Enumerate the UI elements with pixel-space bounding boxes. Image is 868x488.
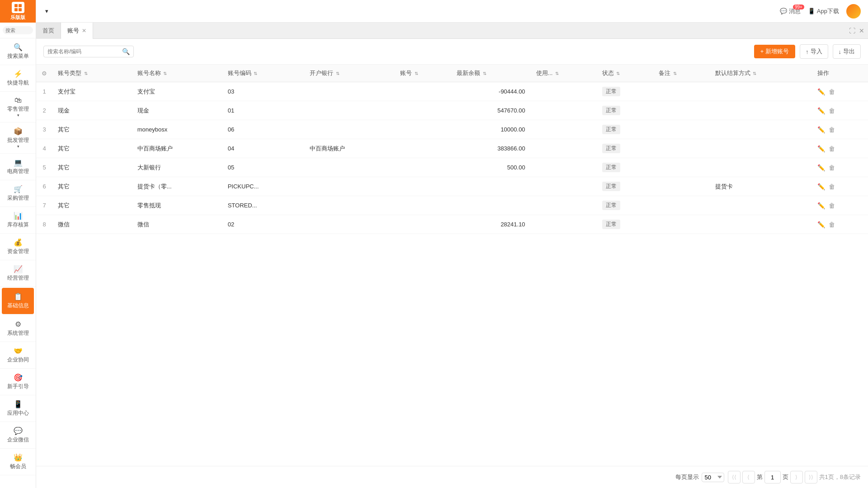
sidebar-item-9[interactable]: 📋基础信息 [2,288,34,314]
app-label: App下载 [817,7,839,15]
th-balance[interactable]: 最新余额 ⇅ [451,65,531,82]
tab-expand-icon[interactable]: ⛶ [849,27,855,34]
row-balance-2: 10000.00 [451,120,531,139]
sidebar-search-input[interactable] [3,26,33,34]
main-area: ▾ 💬 消息 99+ 📱 App下载 首页 账号 ✕ ⛶ ✕ [36,0,868,488]
table-row: 3 其它 moneybosx 06 10000.00 正常 ✏️ 🗑 [36,120,868,139]
sidebar-item-2[interactable]: 🛍零售管理▾ [0,92,36,122]
toolbar-actions: + 新增账号 ↑ 导入 ↓ 导出 [754,44,861,59]
export-button[interactable]: ↓ 导出 [833,44,861,59]
nav-label-1: 快捷导航 [7,79,29,87]
search-box[interactable]: 🔍 [43,46,134,57]
row-settlement-5: 提货卡 [710,177,812,196]
delete-button-2[interactable]: 🗑 [829,126,835,133]
accounts-table: ⚙ 账号类型 ⇅ 账号名称 ⇅ 账号编码 ⇅ 开户银行 ⇅ 账号 ⇅ 最新余额 … [36,65,868,234]
row-name-4: 大新银行 [132,158,222,177]
row-num-2: 3 [36,120,52,139]
table-row: 4 其它 中百商场账户 04 中百商场账户 383866.00 正常 ✏️ 🗑 [36,139,868,158]
per-page-label: 每页显示 [675,473,699,481]
sidebar-item-15[interactable]: 👑畅会员 [0,449,36,475]
message-button[interactable]: 💬 消息 99+ [780,7,801,15]
delete-button-5[interactable]: 🗑 [829,183,835,190]
table-row: 1 支付宝 支付宝 03 -90444.00 正常 ✏️ 🗑 [36,82,868,101]
row-status-5: 正常 [597,177,653,196]
edit-button-3[interactable]: ✏️ [817,145,825,152]
per-page-select[interactable]: 50 100 200 [702,473,724,482]
row-account-6 [395,196,451,215]
th-status[interactable]: 状态 ⇅ [597,65,653,82]
tab-close-window-icon[interactable]: ✕ [859,27,864,34]
row-type-4: 其它 [52,158,132,177]
row-type-0: 支付宝 [52,82,132,101]
page-number-input[interactable] [764,471,781,483]
app-subtitle: 乐版版 [10,14,25,21]
th-code[interactable]: 账号编码 ⇅ [222,65,305,82]
row-bank-6 [304,196,395,215]
edit-button-7[interactable]: ✏️ [817,221,825,228]
th-bank[interactable]: 开户银行 ⇅ [304,65,395,82]
tab-account[interactable]: 账号 ✕ [61,23,93,39]
delete-button-4[interactable]: 🗑 [829,164,835,171]
sidebar-item-8[interactable]: 📈经营管理 [0,260,36,287]
th-type[interactable]: 账号类型 ⇅ [52,65,132,82]
sidebar-item-4[interactable]: 💻电商管理 [0,154,36,180]
last-page-button[interactable]: ⟩⟩ [805,471,817,483]
row-name-7: 微信 [132,215,222,234]
sidebar-item-7[interactable]: 💰资金管理 [0,234,36,260]
delete-button-7[interactable]: 🗑 [829,221,835,228]
th-usage[interactable]: 使用... ⇅ [531,65,597,82]
prev-page-button[interactable]: ⟨ [742,471,755,483]
edit-button-5[interactable]: ✏️ [817,183,825,190]
import-button[interactable]: ↑ 导入 [800,44,828,59]
th-account[interactable]: 账号 ⇅ [395,65,451,82]
edit-button-4[interactable]: ✏️ [817,164,825,171]
row-status-4: 正常 [597,158,653,177]
delete-button-1[interactable]: 🗑 [829,107,835,114]
row-name-6: 零售抵现 [132,196,222,215]
sidebar-item-13[interactable]: 📱应用中心 [0,395,36,422]
tab-home[interactable]: 首页 [36,23,61,39]
th-remark[interactable]: 备注 ⇅ [653,65,710,82]
sidebar-item-6[interactable]: 📊库存核算 [0,207,36,234]
edit-button-6[interactable]: ✏️ [817,202,825,209]
row-balance-7: 28241.10 [451,215,531,234]
sidebar-item-10[interactable]: ⚙系统管理 [0,315,36,342]
row-code-4: 05 [222,158,305,177]
first-page-button[interactable]: ⟨⟨ [728,471,741,483]
edit-button-2[interactable]: ✏️ [817,126,825,133]
company-dropdown[interactable]: ▾ [43,8,48,14]
row-bank-2 [304,120,395,139]
add-account-button[interactable]: + 新增账号 [754,45,795,58]
user-avatar[interactable] [846,4,861,19]
tab-account-close[interactable]: ✕ [82,28,86,34]
sidebar-item-3[interactable]: 📦批发管理▾ [0,122,36,154]
nav-icon-2: 🛍 [14,96,22,104]
search-input[interactable] [47,48,119,55]
sidebar-item-5[interactable]: 🛒采购管理 [0,180,36,207]
edit-button-1[interactable]: ✏️ [817,107,825,114]
delete-button-0[interactable]: 🗑 [829,88,835,95]
delete-button-6[interactable]: 🗑 [829,202,835,209]
th-name[interactable]: 账号名称 ⇅ [132,65,222,82]
per-page-area: 每页显示 50 100 200 [675,473,724,482]
row-num-1: 2 [36,101,52,120]
import-icon: ↑ [806,48,809,55]
sidebar-item-1[interactable]: ⚡快捷导航 [0,65,36,92]
row-name-1: 现金 [132,101,222,120]
delete-button-3[interactable]: 🗑 [829,145,835,152]
row-remark-6 [653,196,710,215]
tabs-bar: 首页 账号 ✕ ⛶ ✕ [36,23,868,39]
topbar: ▾ 💬 消息 99+ 📱 App下载 [36,0,868,23]
row-action-0: ✏️ 🗑 [812,82,868,101]
th-settings[interactable]: ⚙ [36,65,52,82]
nav-label-0: 搜索菜单 [7,52,29,60]
app-download-button[interactable]: 📱 App下载 [808,7,839,15]
row-code-6: STORED... [222,196,305,215]
th-settlement[interactable]: 默认结算方式 ⇅ [710,65,812,82]
sidebar-item-14[interactable]: 💬企业微信 [0,422,36,449]
next-page-button[interactable]: ⟩ [790,471,803,483]
sidebar-item-12[interactable]: 🎯新手引导 [0,369,36,395]
edit-button-0[interactable]: ✏️ [817,88,825,95]
sidebar-item-0[interactable]: 🔍搜索菜单 [0,38,36,65]
sidebar-item-11[interactable]: 🤝企业协同 [0,342,36,369]
